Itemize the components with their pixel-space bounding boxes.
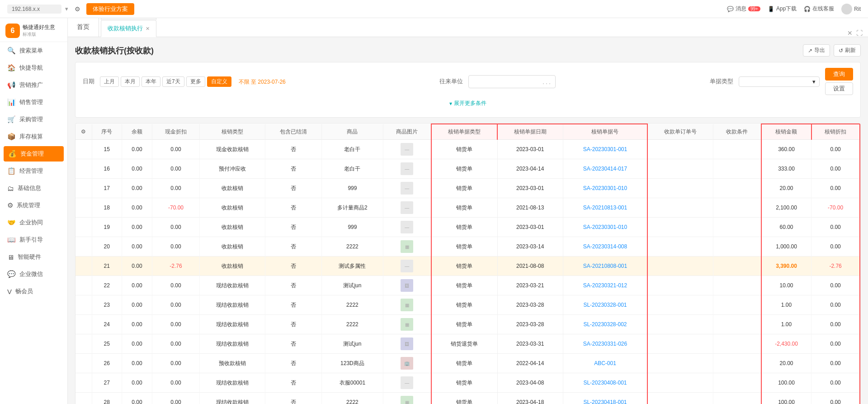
voucher-label: 单据类型 xyxy=(710,77,733,86)
cell-included: 否 xyxy=(265,276,321,295)
basic-icon: 🗂 xyxy=(7,185,14,192)
cell-verify-doc-date: 2023-04-08 xyxy=(497,373,563,393)
cell-verify-doc-no[interactable]: SA-20230331-026 xyxy=(563,334,647,354)
expand-conditions-button[interactable]: ▾ 展开更多条件 xyxy=(449,98,486,109)
sidebar-item-enterprise[interactable]: 🤝 企业协同 xyxy=(0,214,67,231)
query-button[interactable]: 查询 xyxy=(825,68,853,81)
marketing-icon: 📢 xyxy=(7,81,16,89)
tab-close-receipts[interactable]: ✕ xyxy=(146,26,150,32)
cell-verify-doc-no[interactable]: SA-20230314-008 xyxy=(563,237,647,257)
product-image: 🖼 xyxy=(401,279,413,292)
cell-verify-doc-no[interactable]: SA-20210808-001 xyxy=(563,257,647,276)
operation-icon: 📋 xyxy=(7,167,16,175)
expand-row: ▾ 展开更多条件 xyxy=(83,98,853,109)
refresh-button[interactable]: ↺ 刷新 xyxy=(834,44,861,57)
cell-verify-amount: 20.00 xyxy=(761,179,811,198)
chevron-down-icon[interactable]: ▾ xyxy=(65,5,68,12)
cell-balance: 0.00 xyxy=(122,373,152,393)
date-btn-custom[interactable]: 自定义 xyxy=(207,76,231,87)
cell-verify-doc-type: 销货单 xyxy=(431,140,497,159)
sidebar-item-search[interactable]: 🔍 搜索菜单 xyxy=(0,42,67,59)
voucher-input[interactable] xyxy=(743,78,811,85)
cell-balance: 0.00 xyxy=(122,140,152,159)
cell-verify-doc-no[interactable]: SL-20230328-002 xyxy=(563,315,647,334)
inventory-icon: 📦 xyxy=(7,133,16,141)
cell-settings xyxy=(75,393,92,404)
cell-product-img: — xyxy=(383,373,431,393)
cell-verify-doc-no[interactable]: SA-20210813-001 xyxy=(563,198,647,218)
expand-window-icon[interactable]: ⛶ xyxy=(856,29,863,37)
page-wrapper: 收款核销执行(按收款) ↗ 导出 ↺ 刷新 xyxy=(68,37,868,404)
cell-verify-doc-no[interactable]: SA-20230301-010 xyxy=(563,218,647,237)
cell-verify-doc-no[interactable]: SA-20230414-017 xyxy=(563,159,647,179)
sidebar-item-basic[interactable]: 🗂 基础信息 xyxy=(0,180,67,197)
sidebar-items: 🔍 搜索菜单 🏠 快捷导航 📢 营销推广 📊 销售管理 🛒 采购管理 📦 库存核… xyxy=(0,42,67,300)
address-input[interactable]: 192.168.x.x xyxy=(7,5,61,14)
sidebar-item-marketing[interactable]: 📢 营销推广 xyxy=(0,76,67,94)
sidebar-item-sales[interactable]: 📊 销售管理 xyxy=(0,94,67,111)
cell-verify-doc-no[interactable]: SL-20230328-001 xyxy=(563,295,647,315)
sidebar-item-inventory[interactable]: 📦 库存核算 xyxy=(0,128,67,145)
filter-bar: 日期 上月 本月 本年 近7天 更多 自定义 不限 至 2023-07-26 xyxy=(75,62,861,118)
cell-receipt-terms xyxy=(713,295,761,315)
cell-product: 2222 xyxy=(321,295,383,315)
close-tab-icon[interactable]: ✕ xyxy=(847,29,853,37)
table-scroll[interactable]: ⚙ 序号 余额 现金折扣 核销类型 包含已结清 商品 商品图片 核销单据类型 xyxy=(75,124,860,404)
cell-balance: 0.00 xyxy=(122,159,152,179)
cell-verify-doc-no[interactable]: SA-20230301-001 xyxy=(563,140,647,159)
th-receipt-no: 收款单订单号 xyxy=(647,124,713,140)
sidebar-item-wechat[interactable]: 💬 企业微信 xyxy=(0,266,67,283)
sidebar-item-shortcut[interactable]: 🏠 快捷导航 xyxy=(0,59,67,76)
settings-button[interactable]: 设置 xyxy=(825,82,853,95)
tab-home[interactable]: 首页 xyxy=(68,18,99,37)
cell-verify-doc-no[interactable]: SL-20230418-001 xyxy=(563,393,647,404)
user-item[interactable]: Rit xyxy=(841,4,861,14)
cell-included: 否 xyxy=(265,315,321,334)
solution-button[interactable]: 体验行业方案 xyxy=(86,3,134,15)
sidebar-item-operation[interactable]: 📋 经营管理 xyxy=(0,162,67,180)
tab-receipts[interactable]: 收款核销执行✕ xyxy=(101,20,156,37)
th-included: 包含已结清 xyxy=(265,124,321,140)
export-button[interactable]: ↗ 导出 xyxy=(803,44,830,57)
cell-verify-doc-type: 销货单 xyxy=(431,276,497,295)
message-item[interactable]: 💬 消息 99+ xyxy=(727,5,760,13)
th-product: 商品 xyxy=(321,124,383,140)
counterpart-input[interactable] xyxy=(472,78,540,85)
table-row: 24 0.00 0.00 现结收款核销 否 2222 ▦ 销货单 2023-03… xyxy=(75,315,860,334)
date-btn-this-year[interactable]: 本年 xyxy=(142,76,160,87)
sidebar-item-hardware[interactable]: 🖥 智能硬件 xyxy=(0,248,67,266)
cell-verify-doc-no[interactable]: ABC-001 xyxy=(563,354,647,373)
cell-receipt-terms xyxy=(713,334,761,354)
sidebar-item-guide[interactable]: 📖 新手引导 xyxy=(0,231,67,248)
cell-receipt-terms xyxy=(713,159,761,179)
cell-balance: 0.00 xyxy=(122,257,152,276)
app-icon: 📱 xyxy=(768,6,774,12)
cell-included: 否 xyxy=(265,373,321,393)
cell-verify-discount: 0.00 xyxy=(811,354,860,373)
service-item[interactable]: 🎧 在线客服 xyxy=(804,5,834,13)
cell-verify-type: 现结收款核销 xyxy=(200,295,265,315)
gear-icon[interactable]: ⚙ xyxy=(72,4,83,14)
cell-receipt-terms xyxy=(713,198,761,218)
th-verify-doc-type: 核销单据类型 xyxy=(431,124,497,140)
th-settings[interactable]: ⚙ xyxy=(75,124,92,140)
cell-verify-doc-no[interactable]: SA-20230301-010 xyxy=(563,179,647,198)
app-download-item[interactable]: 📱 App下载 xyxy=(768,5,797,13)
table-row: 22 0.00 0.00 现结收款核销 否 测试jun 🖼 销货单 2023-0… xyxy=(75,276,860,295)
sidebar-item-finance[interactable]: 💰 资金管理 xyxy=(4,146,64,162)
date-btn-last-7days[interactable]: 近7天 xyxy=(162,76,184,87)
cell-product-img: — xyxy=(383,179,431,198)
cell-receipt-no xyxy=(647,334,713,354)
cell-verify-type: 预收款核销 xyxy=(200,354,265,373)
date-btn-this-month[interactable]: 本月 xyxy=(121,76,140,87)
date-btn-prev-month[interactable]: 上月 xyxy=(100,76,119,87)
shortcut-icon: 🏠 xyxy=(7,64,16,72)
cell-verify-doc-no[interactable]: SA-20230321-012 xyxy=(563,276,647,295)
cell-verify-doc-no[interactable]: SL-20230408-001 xyxy=(563,373,647,393)
sidebar-item-system[interactable]: ⚙ 系统管理 xyxy=(0,197,67,214)
date-btn-more[interactable]: 更多 xyxy=(186,76,205,87)
sidebar-item-purchase[interactable]: 🛒 采购管理 xyxy=(0,111,67,128)
cell-seq: 25 xyxy=(92,334,122,354)
sidebar-item-member[interactable]: V 畅会员 xyxy=(0,283,67,300)
tabs-bar: 首页 预付冲应付单✕收款核销执行✕ ✕ ⛶ xyxy=(68,18,868,37)
